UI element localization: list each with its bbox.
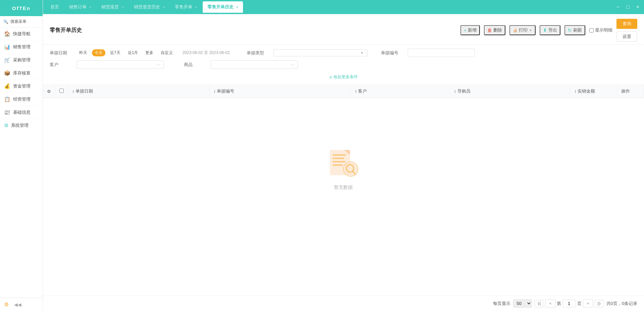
tab-sales-order-label: 销售订单 <box>69 4 87 10</box>
customer-input[interactable] <box>80 62 155 67</box>
setting-button[interactable]: 设置 <box>616 32 637 42</box>
window-minimize-icon[interactable]: − <box>614 3 622 11</box>
sidebar-search-label: 搜索采单 <box>10 19 27 24</box>
select-all-checkbox[interactable] <box>59 89 64 93</box>
doc-num-input[interactable] <box>408 49 475 57</box>
sidebar-item-finance[interactable]: 💰 资金管理 <box>0 80 43 93</box>
filter-dates: 昨天 今天 近7天 近1月 更多 自定义 <box>77 49 176 56</box>
sidebar-nav-label: 资金管理 <box>13 83 31 89</box>
doc-type-select[interactable]: ▼ <box>274 49 367 56</box>
tab-sales-return-history-label: 销货退货历史 <box>134 4 160 10</box>
goods-label: 商品 <box>184 62 204 68</box>
svg-rect-1 <box>333 154 346 156</box>
tab-retail-open[interactable]: 零售开单 × <box>170 1 202 13</box>
basic-icon: 📰 <box>4 109 10 115</box>
doc-type-dropdown-icon: ▼ <box>360 51 364 55</box>
col-settings[interactable]: ⚙ <box>43 85 55 98</box>
empty-state-cell: 暂无数据 <box>43 98 644 224</box>
export-button[interactable]: ⬆ 导出 <box>540 25 560 35</box>
svg-rect-4 <box>333 164 343 166</box>
col-date[interactable]: ↕ 单据日期 <box>68 85 209 98</box>
add-button[interactable]: + 新增 <box>460 25 480 35</box>
col-amount[interactable]: ↕ 实销金额 <box>570 85 617 98</box>
print-button[interactable]: 🖨 打印 ▼ <box>509 25 536 35</box>
customer-input-wrap: ··· <box>77 60 164 69</box>
tab-sales-return-label: 销货退货 <box>101 4 119 10</box>
display-detail-checkbox[interactable] <box>589 28 594 33</box>
tab-retail-open-history-close[interactable]: × <box>236 5 238 9</box>
date-btn-yesterday[interactable]: 昨天 <box>77 49 90 56</box>
sidebar-item-basic[interactable]: 📰 基础信息 <box>0 106 43 119</box>
date-btn-last1month[interactable]: 近1月 <box>125 49 141 56</box>
tab-retail-open-label: 零售开单 <box>175 4 192 10</box>
display-detail-checkbox-label[interactable]: 显示明细 <box>589 27 612 33</box>
tab-sales-return-close[interactable]: × <box>121 5 123 9</box>
first-page-button[interactable]: ⟨⟨ <box>535 300 544 307</box>
date-btn-more[interactable]: 更多 <box>143 49 156 56</box>
sales-icon: 📊 <box>4 44 10 50</box>
date-btn-custom[interactable]: 自定义 <box>158 49 176 56</box>
sidebar-nav-label: 快捷导航 <box>13 31 31 37</box>
col-customer-label: ↕ 客户 <box>355 89 367 94</box>
tab-retail-open-history-label: 零售开单历史 <box>207 4 234 10</box>
sidebar-bottom: ⚙ ◀◀ <box>0 298 43 311</box>
col-number[interactable]: ↕ 单据编号 <box>209 85 351 98</box>
per-page-label: 每页显示 <box>493 301 510 307</box>
col-date-label: ↕ 单据日期 <box>72 89 93 94</box>
collapse-filter-bar[interactable]: ∧ 收起更多条件 <box>50 72 637 81</box>
tab-sales-order-close[interactable]: × <box>89 5 91 9</box>
sidebar-item-search[interactable]: 🔍 搜索采单 <box>0 16 43 28</box>
tab-sales-order[interactable]: 销售订单 × <box>64 1 96 13</box>
sidebar-item-quick-nav[interactable]: 🏠 快捷导航 <box>0 28 43 41</box>
sidebar-item-system[interactable]: ⚙ 系统管理 <box>0 119 43 132</box>
tab-retail-open-close[interactable]: × <box>195 5 197 9</box>
delete-label: 删除 <box>493 27 502 33</box>
date-btn-last7days[interactable]: 近7天 <box>107 49 123 56</box>
col-customer[interactable]: ↕ 客户 <box>351 85 450 98</box>
sidebar-item-inventory[interactable]: 📦 库存核算 <box>0 67 43 80</box>
export-icon: ⬆ <box>543 28 547 33</box>
gear-icon[interactable]: ⚙ <box>47 89 51 94</box>
empty-state-row: 暂无数据 <box>43 98 644 224</box>
date-btn-today[interactable]: 今天 <box>92 49 105 56</box>
sidebar-item-operation[interactable]: 📋 经营管理 <box>0 93 43 106</box>
inventory-icon: 📦 <box>4 70 10 76</box>
sidebar-item-purchase[interactable]: 🛒 采购管理 <box>0 54 43 67</box>
window-close-icon[interactable]: × <box>634 3 641 11</box>
date-label: 单据日期 <box>50 50 70 56</box>
goods-input[interactable] <box>214 62 289 67</box>
collapse-sidebar-icon[interactable]: ◀◀ <box>14 302 21 307</box>
col-guide[interactable]: ↕ 导购员 <box>450 85 570 98</box>
refresh-button[interactable]: ↻ 刷新 <box>564 25 585 35</box>
next-page-button[interactable]: ＞ <box>583 299 593 308</box>
data-table: ⚙ ↕ 单据日期 ↕ 单据编号 ↕ 客户 <box>43 85 644 224</box>
page-number-input[interactable] <box>562 300 576 307</box>
settings-bottom-icon[interactable]: ⚙ <box>4 301 9 308</box>
tab-sales-return[interactable]: 销货退货 × <box>97 1 128 13</box>
goods-input-wrap: ··· <box>211 60 298 69</box>
customer-ellipsis-icon[interactable]: ··· <box>156 62 160 67</box>
col-actions: 操作 <box>617 85 644 98</box>
col-checkbox[interactable] <box>55 85 68 98</box>
system-icon: ⚙ <box>4 122 8 128</box>
purchase-icon: 🛒 <box>4 57 10 63</box>
sidebar: OfTEn 🔍 搜索采单 🏠 快捷导航 📊 销售管理 🛒 采购管理 📦 库存核算… <box>0 0 43 311</box>
sidebar-nav-label: 采购管理 <box>13 57 31 63</box>
delete-button[interactable]: 🗑 删除 <box>484 25 505 35</box>
sidebar-nav-label: 库存核算 <box>13 70 31 76</box>
query-button[interactable]: 查询 <box>616 19 637 29</box>
per-page-select[interactable]: 10 20 50 100 <box>513 299 532 308</box>
prev-page-button[interactable]: ＜ <box>545 299 555 308</box>
goods-ellipsis-icon[interactable]: ··· <box>291 62 294 67</box>
finance-icon: 💰 <box>4 83 10 89</box>
tab-sales-return-history-close[interactable]: × <box>163 5 165 9</box>
table-body: 暂无数据 <box>43 98 644 224</box>
sidebar-item-sales[interactable]: 📊 销售管理 <box>0 41 43 54</box>
tab-sales-return-history[interactable]: 销货退货历史 × <box>129 1 169 13</box>
home-icon: 🏠 <box>4 31 10 37</box>
tab-home[interactable]: 首页 <box>46 1 64 13</box>
last-page-button[interactable]: ⟩⟩ <box>594 300 604 307</box>
sidebar-nav-label: 经营管理 <box>13 96 31 102</box>
window-maximize-icon[interactable]: □ <box>624 3 632 11</box>
tab-retail-open-history[interactable]: 零售开单历史 × <box>203 1 243 13</box>
